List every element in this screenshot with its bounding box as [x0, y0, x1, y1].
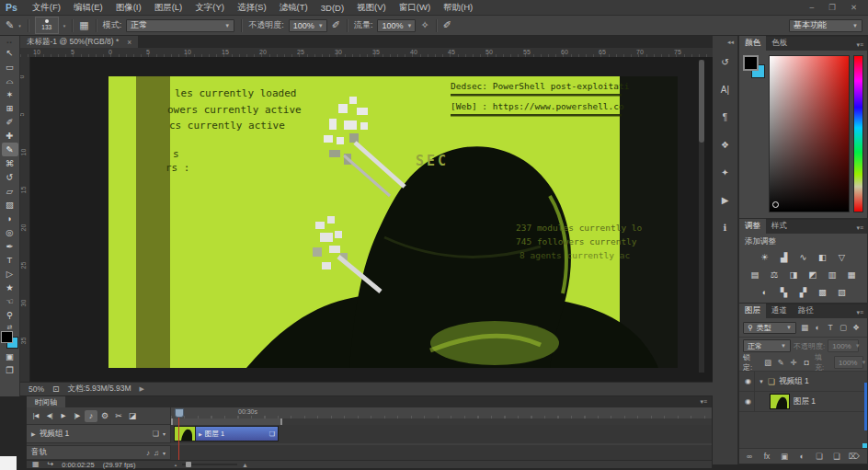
zoom-in-mountain-icon[interactable]: ▲ [242, 462, 248, 468]
zoom-slider-thumb[interactable] [186, 462, 191, 467]
canvas-area[interactable]: 05101520253035 SEC [20, 57, 713, 382]
collapse-dock-icon[interactable]: ◂◂ [727, 39, 737, 46]
brush-preset-picker[interactable]: 133 [35, 17, 59, 34]
tab-adjustments[interactable]: 调整 [739, 219, 766, 234]
menu-view[interactable]: 视图(V) [350, 2, 393, 14]
timeline-panel-menu-icon[interactable]: ▾≡ [700, 398, 712, 406]
layer-filter-select[interactable]: ⚲ 类型 ▼ [743, 322, 796, 334]
chevron-down-icon[interactable]: ▾ [163, 430, 166, 437]
type-tool[interactable]: T [2, 253, 18, 267]
zoom-level-field[interactable]: 50% [29, 384, 44, 394]
pressure-size-icon[interactable]: ✐ [443, 20, 451, 30]
filter-adjustment-layers-icon[interactable]: ◐ [812, 322, 823, 333]
split-clip-icon[interactable]: ✂ [112, 410, 125, 422]
tab-swatches[interactable]: 色板 [766, 36, 793, 51]
expand-triangle-icon[interactable]: ▶ [31, 430, 36, 437]
exposure-icon[interactable]: ◧ [816, 251, 829, 264]
new-group-icon[interactable]: ❏ [814, 451, 825, 462]
panel-menu-icon[interactable]: ▾≡ [852, 309, 867, 318]
hue-ramp[interactable] [853, 55, 863, 212]
tool-preset-caret-icon[interactable]: ▾ [18, 23, 21, 29]
tab-styles[interactable]: 样式 [766, 219, 793, 234]
next-frame-button[interactable]: |▶ [71, 410, 84, 422]
opacity-select[interactable]: 100% ▼ [289, 19, 327, 32]
video-group-row[interactable]: ▶ 视频组 1 ❏ ▾ [27, 425, 171, 443]
invert-icon[interactable]: ◐ [758, 286, 771, 299]
healing-brush-tool[interactable]: ✚ [2, 129, 18, 143]
group-expand-icon[interactable]: ▼ [759, 379, 764, 384]
screen-mode-icon[interactable]: ❐ [2, 363, 18, 377]
panel-menu-icon[interactable]: ▾≡ [852, 41, 867, 51]
gradient-tool[interactable]: ▨ [2, 198, 18, 212]
filter-smart-objects-icon[interactable]: ❖ [851, 322, 862, 333]
fill-select[interactable]: 100% ▼ [834, 356, 863, 369]
paragraph-panel-icon[interactable]: ¶ [715, 109, 736, 125]
pen-tool[interactable]: ✒ [2, 239, 18, 253]
menu-type[interactable]: 文字(Y) [188, 2, 231, 14]
tab-layers[interactable]: 图层 [739, 304, 766, 318]
close-tab-icon[interactable]: × [127, 38, 131, 47]
zoom-tool[interactable]: ⚲ [2, 308, 18, 322]
menu-3d[interactable]: 3D(D) [314, 3, 350, 13]
render-video-icon[interactable]: ▦ [32, 461, 40, 468]
menu-image[interactable]: 图像(I) [109, 2, 148, 14]
vertical-scrollbar[interactable] [699, 60, 704, 373]
dodge-tool[interactable]: ◎ [2, 225, 18, 239]
eraser-tool[interactable]: ▱ [2, 184, 18, 198]
photo-filter-icon[interactable]: ◩ [806, 269, 820, 281]
filter-pixel-layers-icon[interactable]: ▦ [799, 322, 810, 333]
marquee-tool[interactable]: ▭ [2, 60, 18, 74]
brush-picker-caret-icon[interactable]: ▾ [63, 23, 66, 29]
color-field-cursor[interactable] [772, 201, 779, 208]
eyedropper-tool[interactable]: ✐ [2, 115, 18, 129]
audio-track-lane[interactable] [171, 445, 712, 460]
vibrance-icon[interactable]: ▽ [835, 251, 849, 264]
video-track[interactable]: ▶ 图层 1 ❏ [171, 425, 712, 443]
hue-saturation-icon[interactable]: ▤ [748, 269, 762, 281]
workspace-select[interactable]: 基本功能 ▼ [789, 19, 862, 32]
audio-track-row[interactable]: 音轨 ♪ ♫ ▾ [27, 445, 171, 460]
zoom-slider-track[interactable] [182, 464, 237, 465]
timeline-tab[interactable]: 时间轴 [27, 396, 65, 407]
quick-mask-icon[interactable]: ▣ [2, 350, 18, 363]
3d-panel-icon[interactable]: ❖ [715, 137, 736, 153]
levels-icon[interactable]: ▟ [777, 251, 791, 264]
swap-colors-icon[interactable]: ⇄ [7, 324, 13, 331]
layer-row-layer[interactable]: ◉ 图层 1 [739, 392, 867, 412]
blend-mode-select[interactable]: 正常 ▼ [126, 19, 234, 32]
black-white-icon[interactable]: ◨ [787, 269, 801, 281]
magic-wand-tool[interactable]: ✶ [2, 87, 18, 101]
speaker-icon[interactable]: ♪ [146, 449, 150, 457]
zoom-out-mountain-icon[interactable]: ▲ [174, 463, 177, 467]
chevron-down-icon[interactable]: ▾ [163, 450, 166, 456]
lock-transparency-icon[interactable]: ▨ [762, 357, 773, 368]
menu-filter[interactable]: 滤镜(T) [273, 2, 314, 14]
flow-select[interactable]: 100% ▼ [377, 19, 416, 32]
brush-tool-icon[interactable]: ✎ [6, 20, 14, 30]
status-menu-arrow-icon[interactable]: ▶ [140, 385, 144, 393]
link-layers-icon[interactable]: ∞ [744, 451, 755, 462]
visibility-eye-icon[interactable]: ◉ [742, 392, 755, 411]
film-icon[interactable]: ❏ [153, 430, 159, 438]
menu-layer[interactable]: 图层(L) [148, 2, 189, 14]
panel-menu-icon[interactable]: ▾≡ [852, 224, 867, 234]
filter-type-layers-icon[interactable]: T [825, 322, 836, 333]
info-panel-icon[interactable]: ℹ [715, 220, 736, 235]
menu-select[interactable]: 选择(S) [231, 2, 273, 14]
properties-panel-icon[interactable]: ✦ [715, 165, 736, 180]
delete-layer-icon[interactable]: ⌦ [849, 451, 860, 462]
menu-window[interactable]: 窗口(W) [393, 2, 437, 14]
brush-tool[interactable]: ✎ [2, 143, 18, 156]
channel-mixer-icon[interactable]: ▥ [826, 269, 839, 281]
layer-row-group[interactable]: ◉ ▼ ❏ 视频组 1 [739, 372, 867, 392]
panel-grip[interactable]: ▪▪ [6, 40, 12, 45]
playhead-handle[interactable] [175, 408, 184, 418]
saturation-brightness-field[interactable] [769, 55, 850, 212]
clip-expand-icon[interactable]: ▶ [199, 431, 202, 437]
new-layer-icon[interactable]: ❑ [831, 451, 842, 462]
posterize-icon[interactable]: ▚ [777, 286, 791, 299]
menu-file[interactable]: 文件(F) [26, 2, 67, 14]
add-mask-icon[interactable]: ▣ [779, 451, 790, 462]
new-adjustment-icon[interactable]: ◐ [796, 451, 807, 462]
brightness-contrast-icon[interactable]: ☀ [758, 251, 771, 264]
